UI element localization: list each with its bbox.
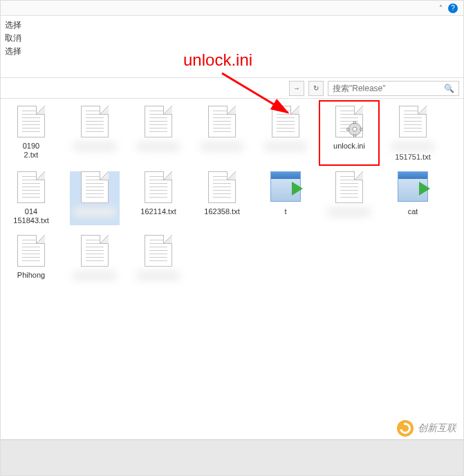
file-item[interactable]: 151751.txt bbox=[388, 106, 438, 162]
document-icon bbox=[335, 171, 363, 203]
watermark-logo-icon bbox=[397, 420, 414, 437]
go-button[interactable]: → bbox=[289, 81, 304, 96]
file-label: Phihong bbox=[17, 271, 45, 280]
file-label bbox=[328, 207, 371, 217]
file-item[interactable]: 014 151843.txt bbox=[6, 171, 56, 225]
application-icon bbox=[270, 171, 301, 202]
application-icon bbox=[398, 171, 428, 202]
file-item[interactable]: Phihong bbox=[6, 235, 56, 280]
file-label: 151751.txt bbox=[391, 142, 434, 162]
bottom-scrollbar[interactable] bbox=[1, 439, 463, 475]
svg-rect-5 bbox=[360, 128, 363, 131]
search-box[interactable]: 🔍 bbox=[328, 81, 459, 96]
file-item[interactable] bbox=[70, 106, 120, 162]
file-item[interactable]: 162114.txt bbox=[133, 171, 183, 225]
file-item[interactable]: cat bbox=[388, 171, 438, 225]
file-label bbox=[264, 142, 307, 151]
svg-rect-2 bbox=[354, 121, 356, 124]
file-label bbox=[137, 142, 180, 151]
ribbon-item[interactable]: 取消 bbox=[5, 32, 459, 45]
svg-rect-4 bbox=[346, 128, 349, 131]
file-item[interactable] bbox=[133, 106, 183, 162]
file-item-unlock-ini[interactable]: unlock.ini bbox=[324, 106, 374, 162]
file-label: 0190 2.txt bbox=[23, 142, 39, 160]
document-icon bbox=[272, 106, 299, 137]
document-icon bbox=[17, 171, 45, 203]
file-label bbox=[201, 142, 243, 151]
ribbon-item[interactable]: 选择 bbox=[5, 19, 459, 32]
document-icon bbox=[145, 235, 172, 267]
document-icon bbox=[145, 171, 172, 203]
document-icon bbox=[81, 106, 109, 137]
search-input[interactable] bbox=[333, 84, 444, 93]
document-icon bbox=[208, 106, 236, 137]
svg-point-1 bbox=[353, 127, 357, 131]
file-item[interactable] bbox=[261, 106, 310, 162]
watermark-text: 创新互联 bbox=[418, 422, 456, 435]
file-label bbox=[137, 271, 180, 280]
file-item[interactable] bbox=[324, 171, 374, 225]
file-label: 014 151843.txt bbox=[13, 207, 48, 225]
chevron-up-icon[interactable]: ˄ bbox=[439, 4, 443, 12]
file-label: 162114.txt bbox=[140, 207, 176, 216]
address-toolbar: → ↻ 🔍 bbox=[1, 78, 463, 99]
refresh-icon[interactable]: ↻ bbox=[308, 81, 324, 96]
file-label bbox=[73, 271, 116, 280]
file-item[interactable] bbox=[197, 106, 247, 162]
file-label bbox=[73, 142, 116, 151]
document-icon bbox=[17, 235, 45, 267]
file-label: 162358.txt bbox=[204, 207, 239, 216]
annotation-label: unlock.ini bbox=[183, 50, 252, 70]
document-icon bbox=[81, 171, 109, 203]
file-item[interactable] bbox=[70, 171, 120, 225]
watermark: 创新互联 bbox=[397, 420, 456, 437]
svg-rect-3 bbox=[354, 135, 356, 137]
gear-icon bbox=[346, 121, 363, 137]
document-icon bbox=[145, 106, 172, 137]
file-label: t bbox=[284, 207, 286, 216]
file-item[interactable] bbox=[70, 235, 120, 280]
title-bar: ˄ ? bbox=[1, 1, 463, 16]
file-item[interactable]: 0190 2.txt bbox=[6, 106, 56, 162]
file-label bbox=[73, 207, 116, 217]
file-item[interactable] bbox=[133, 235, 183, 280]
file-label: cat bbox=[408, 207, 418, 216]
help-icon[interactable]: ? bbox=[448, 3, 458, 13]
file-item[interactable]: 162358.txt bbox=[197, 171, 247, 225]
search-icon: 🔍 bbox=[444, 84, 454, 93]
file-item[interactable]: t bbox=[261, 171, 310, 225]
document-icon bbox=[17, 106, 45, 137]
document-icon bbox=[399, 106, 427, 137]
document-icon bbox=[208, 171, 236, 203]
file-list: 0190 2.txt unlock.ini bbox=[1, 99, 463, 287]
document-icon bbox=[81, 235, 109, 267]
